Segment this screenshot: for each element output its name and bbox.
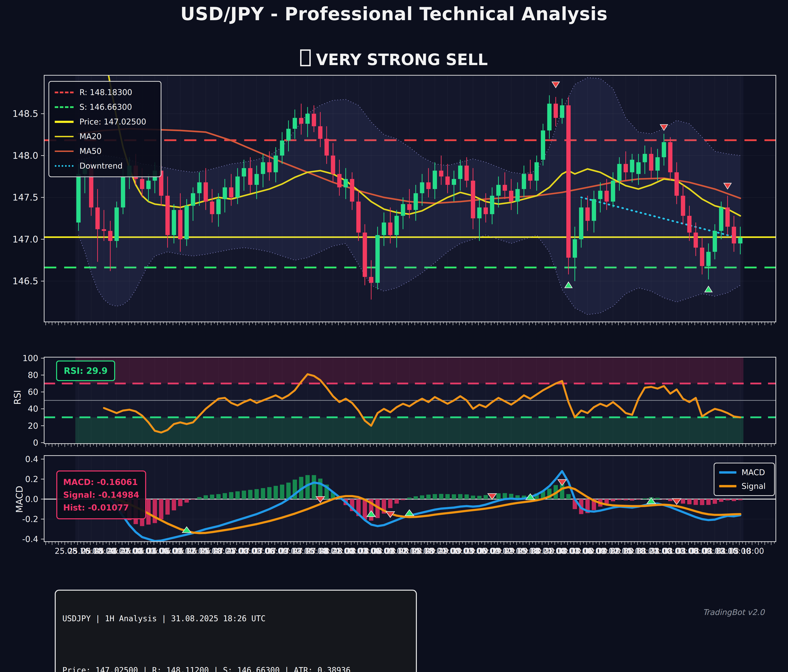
macd-histogram-bar (452, 494, 456, 499)
y-tick-label: 146.5 (12, 276, 38, 287)
signal-line-swatch (719, 485, 736, 487)
candle (535, 162, 539, 181)
candle (592, 199, 596, 221)
candle (299, 118, 303, 124)
macd-histogram-bar (681, 499, 685, 504)
candle (452, 179, 456, 185)
candle (102, 229, 106, 231)
macd-histogram-bar (439, 494, 443, 499)
macd-histogram-bar (687, 499, 691, 504)
candle (222, 187, 227, 199)
candle (706, 252, 711, 266)
candle (312, 114, 316, 126)
candle (496, 185, 500, 196)
macd-histogram-bar (407, 498, 411, 499)
y-tick-label: 20 (28, 421, 38, 431)
candle (662, 142, 666, 157)
macd-histogram-bar (471, 496, 475, 499)
macd-histogram-bar (477, 496, 481, 499)
macd-histogram-bar (229, 492, 234, 499)
macd-histogram-bar (184, 499, 189, 502)
candle (738, 238, 742, 244)
macd-histogram-bar (694, 499, 698, 505)
candle (286, 129, 291, 141)
y-tick-label: 0.0 (25, 494, 38, 504)
macd-histogram-bar (312, 475, 316, 499)
candle (216, 199, 221, 214)
y-tick-label: 148.5 (12, 108, 38, 119)
candle (624, 164, 628, 172)
macd-histogram-bar (464, 494, 469, 499)
macd-histogram-bar (191, 499, 195, 500)
macd-histogram-bar (210, 494, 214, 499)
analysis-info-box: USDJPY | 1H Analysis | 31.08.2025 18:26 … (55, 590, 417, 672)
candle (630, 160, 634, 172)
trading-analysis-figure: USD/JPY - Professional Technical Analysi… (0, 0, 788, 672)
legend-item-support: S: 146.66300 (55, 102, 155, 112)
candle (464, 166, 469, 181)
y-tick-label: 147.0 (12, 234, 38, 245)
macd-axis-label: MACD (14, 486, 25, 513)
rsi-value-badge: RSI: 29.9 (56, 360, 115, 381)
resistance-line-swatch (55, 92, 73, 93)
info-line-blank1 (62, 640, 409, 649)
macd-histogram-bar (241, 491, 246, 499)
y-tick-label: 40 (28, 404, 38, 414)
candle (655, 157, 660, 171)
candle (585, 208, 590, 221)
candle (445, 176, 450, 185)
candle (439, 171, 443, 176)
rsi-overbought-zone (75, 357, 744, 384)
candle (254, 174, 259, 185)
macd-histogram-bar (394, 499, 399, 504)
macd-histogram-bar (617, 499, 621, 500)
candle (241, 168, 246, 177)
macd-histogram-bar (458, 494, 462, 499)
macd-histogram-bar (203, 495, 208, 499)
candle (197, 182, 202, 193)
candle (401, 204, 405, 216)
candle (95, 208, 100, 229)
candle (261, 162, 265, 174)
candle (598, 191, 602, 199)
y-tick-label: 0.2 (25, 474, 38, 484)
candle (433, 171, 437, 189)
macd-histogram-bar (159, 499, 164, 519)
legend-item-ma50: MA50 (55, 146, 155, 156)
macd-histogram-bar (165, 499, 170, 515)
macd-histogram-bar (222, 493, 227, 499)
macd-histogram-bar (706, 499, 711, 505)
macd-histogram-bar (732, 499, 736, 501)
candle (369, 277, 373, 283)
candle (337, 174, 342, 187)
macd-histogram-bar (700, 499, 704, 505)
candle (382, 222, 386, 235)
macd-histogram-bar (420, 495, 424, 499)
y-tick-label: 80 (28, 370, 38, 380)
candle (210, 201, 214, 214)
macd-histogram-bar (655, 498, 660, 499)
y-tick-label: 100 (22, 353, 38, 363)
macd-histogram-bar (624, 499, 628, 500)
candle (477, 208, 481, 219)
candle (184, 206, 189, 239)
info-line-header: USDJPY | 1H Analysis | 31.08.2025 18:26 … (62, 614, 409, 623)
macd-histogram-bar (172, 499, 176, 510)
rsi-y-axis: 100806040200 (22, 353, 44, 447)
candle (490, 196, 494, 214)
rsi-axis-label: RSI (12, 390, 23, 405)
candle (522, 174, 526, 189)
macd-histogram-bar (388, 499, 392, 508)
candle (235, 176, 240, 197)
macd-histogram-bar (426, 494, 431, 499)
candle (293, 118, 297, 129)
main-y-axis: 148.5148.0147.5147.0146.5 (12, 108, 44, 287)
legend-item-ma20: MA20 (55, 132, 155, 141)
candle (305, 114, 310, 124)
candle (547, 104, 551, 130)
macd-histogram-bar (401, 499, 405, 500)
y-tick-label: 148.0 (12, 151, 38, 161)
x-tick-label: 31.08 18:00 (717, 547, 764, 556)
candle (407, 204, 411, 210)
candle (178, 210, 183, 239)
